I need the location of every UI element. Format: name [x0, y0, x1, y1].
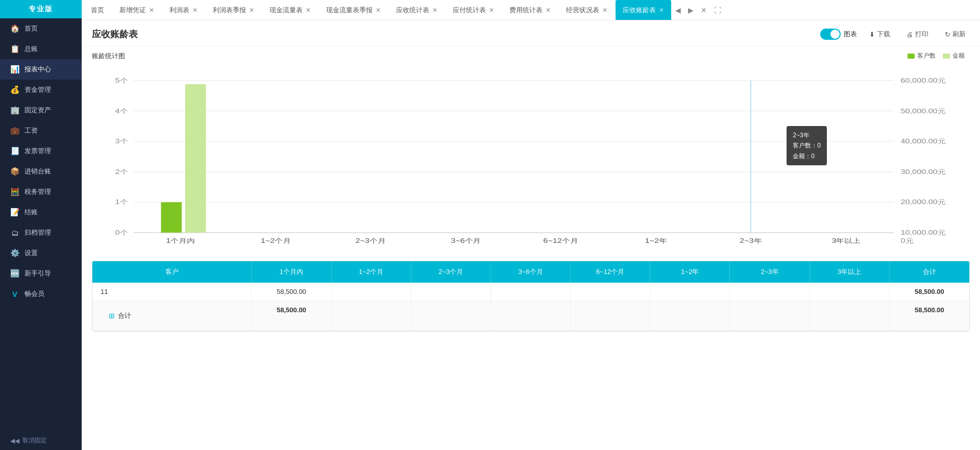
tab-voucher-close[interactable]: ✕ — [149, 7, 154, 14]
print-button[interactable]: 🖨 打印 — [902, 28, 933, 41]
settings-icon: ⚙️ — [10, 248, 19, 258]
td-m3-6-0 — [491, 283, 571, 301]
tab-ar-stat-label: 应收统计表 — [396, 6, 429, 15]
chart-toggle[interactable] — [820, 29, 841, 40]
th-m3-6: 3~6个月 — [491, 261, 571, 283]
tab-cashflow-quarter-close[interactable]: ✕ — [376, 7, 381, 14]
td-y3plus-0 — [810, 283, 890, 301]
page-title: 应收账龄表 — [92, 28, 138, 40]
report-icon: 📊 — [10, 65, 19, 74]
tab-expense-close[interactable]: ✕ — [546, 7, 551, 14]
sidebar-item-invoice-label: 发票管理 — [24, 146, 51, 156]
sidebar-item-capital[interactable]: 💰 资金管理 — [0, 80, 82, 100]
sidebar-item-archive[interactable]: 🗂 归档管理 — [0, 222, 82, 243]
sidebar-item-settle[interactable]: 📝 结账 — [0, 202, 82, 222]
sidebar-item-settings[interactable]: ⚙️ 设置 — [0, 243, 82, 263]
sidebar-item-salary[interactable]: 💼 工资 — [0, 120, 82, 141]
td-total-y2-3 — [730, 301, 810, 331]
invoice-icon: 🧾 — [10, 146, 19, 156]
tab-cashflow-close[interactable]: ✕ — [306, 7, 311, 14]
sidebar-item-invoice[interactable]: 🧾 发票管理 — [0, 141, 82, 161]
td-total-label: ⊞ 合计 — [92, 301, 252, 331]
tab-home[interactable]: 首页 — [84, 0, 111, 20]
sidebar-item-tax[interactable]: 🧮 税务管理 — [0, 182, 82, 202]
sidebar-item-ledger[interactable]: 📋 总账 — [0, 39, 82, 59]
svg-text:1个月内: 1个月内 — [166, 237, 194, 244]
tab-profit-quarter-close[interactable]: ✕ — [249, 7, 254, 14]
sidebar-item-home[interactable]: 🏠 首页 — [0, 18, 82, 39]
chart-toggle-group: 图表 — [820, 29, 857, 40]
refresh-button[interactable]: ↻ 刷新 — [941, 28, 970, 41]
sidebar-item-settings-label: 设置 — [24, 248, 38, 258]
sidebar-item-capital-label: 资金管理 — [24, 85, 51, 94]
tab-cashflow-quarter[interactable]: 现金流量表季报 ✕ — [319, 0, 388, 20]
svg-text:1~2年: 1~2年 — [645, 237, 667, 244]
sidebar-item-tax-label: 税务管理 — [24, 187, 51, 196]
svg-text:40,000.00元: 40,000.00元 — [901, 138, 946, 145]
th-m1-2: 1~2个月 — [332, 261, 411, 283]
chart-container: 5个 4个 3个 2个 1个 0个 60,000.00元 50,000.00元 … — [92, 65, 970, 254]
unpin-sidebar-button[interactable]: ◀◀ 取消固定 — [0, 431, 82, 450]
tab-home-label: 首页 — [91, 6, 104, 15]
tab-profit-quarter[interactable]: 利润表季报 ✕ — [206, 0, 261, 20]
table-row: 11 58,500.00 58,500.00 — [92, 283, 969, 301]
main-area: 首页 新增凭证 ✕ 利润表 ✕ 利润表季报 ✕ 现金流量表 ✕ 现金流量表季报 … — [82, 0, 980, 450]
legend-amount: 金额 — [943, 52, 965, 60]
archive-icon: 🗂 — [10, 229, 19, 237]
td-m1-2-0 — [332, 283, 411, 301]
download-label: 下载 — [877, 30, 890, 39]
unpin-label: 取消固定 — [22, 436, 47, 445]
tab-voucher-label: 新增凭证 — [119, 6, 146, 15]
sidebar-item-settle-label: 结账 — [24, 208, 38, 217]
sidebar-item-vip[interactable]: V 畅会员 — [0, 284, 82, 304]
tab-bar: 首页 新增凭证 ✕ 利润表 ✕ 利润表季报 ✕ 现金流量表 ✕ 现金流量表季报 … — [82, 0, 980, 20]
tab-biz-status[interactable]: 经营状况表 ✕ — [559, 0, 615, 20]
tab-profit[interactable]: 利润表 ✕ — [162, 0, 205, 20]
sidebar-item-report[interactable]: 📊 报表中心 — [0, 59, 82, 80]
sidebar-item-ledger-label: 总账 — [24, 44, 38, 54]
tab-voucher[interactable]: 新增凭证 ✕ — [112, 0, 161, 20]
tab-maximize-button[interactable]: ⛶ — [711, 4, 724, 16]
print-label: 打印 — [915, 30, 928, 39]
unpin-icon: ◀◀ — [10, 437, 19, 444]
tab-biz-status-label: 经营状况表 — [566, 6, 599, 15]
tab-prev-button[interactable]: ◀ — [672, 4, 684, 16]
legend-customers: 客户数 — [908, 52, 936, 60]
tab-ap-stat-close[interactable]: ✕ — [489, 7, 494, 14]
tab-close-all-button[interactable]: ✕ — [698, 4, 710, 16]
tab-next-button[interactable]: ▶ — [685, 4, 697, 16]
tab-ap-stat[interactable]: 应付统计表 ✕ — [446, 0, 501, 20]
td-total-m2-3 — [411, 301, 491, 331]
download-icon: ⬇ — [869, 31, 875, 38]
app-logo: 专业版 — [0, 0, 82, 18]
tab-ar-stat[interactable]: 应收统计表 ✕ — [389, 0, 445, 20]
sidebar-item-guide[interactable]: 🆕 新手引导 — [0, 263, 82, 284]
capital-icon: 💰 — [10, 85, 19, 94]
sidebar-item-stock[interactable]: 📦 进销台账 — [0, 161, 82, 182]
legend-amount-label: 金额 — [952, 52, 965, 60]
total-label-text: 合计 — [118, 311, 131, 320]
total-label-container: ⊞ 合计 — [101, 306, 247, 326]
svg-text:1个: 1个 — [115, 198, 128, 206]
td-total-m1-2 — [332, 301, 411, 331]
tab-ar-aging-close[interactable]: ✕ — [659, 7, 664, 14]
td-total-y3plus — [810, 301, 890, 331]
tab-ar-aging[interactable]: 应收账龄表 ✕ — [616, 0, 671, 20]
svg-text:60,000.00元: 60,000.00元 — [901, 77, 946, 84]
download-button[interactable]: ⬇ 下载 — [865, 28, 894, 41]
tab-profit-close[interactable]: ✕ — [192, 7, 198, 14]
tab-biz-status-close[interactable]: ✕ — [602, 7, 607, 14]
td-y1-2-0 — [650, 283, 730, 301]
td-m2-3-0 — [411, 283, 491, 301]
home-icon: 🏠 — [10, 24, 19, 33]
table-header-row: 客户 1个月内 1~2个月 2~3个月 3~6个月 6~12个月 1~2年 2~… — [92, 261, 969, 283]
th-m2-3: 2~3个月 — [411, 261, 491, 283]
tab-cashflow-label: 现金流量表 — [270, 6, 303, 15]
ledger-icon: 📋 — [10, 44, 19, 54]
sidebar-item-asset[interactable]: 🏢 固定资产 — [0, 100, 82, 120]
legend-amount-color — [943, 54, 950, 59]
tab-ar-stat-close[interactable]: ✕ — [432, 7, 437, 14]
tab-cashflow[interactable]: 现金流量表 ✕ — [262, 0, 318, 20]
tab-expense[interactable]: 费用统计表 ✕ — [502, 0, 558, 20]
svg-text:10,000.00元: 10,000.00元 — [901, 229, 946, 236]
